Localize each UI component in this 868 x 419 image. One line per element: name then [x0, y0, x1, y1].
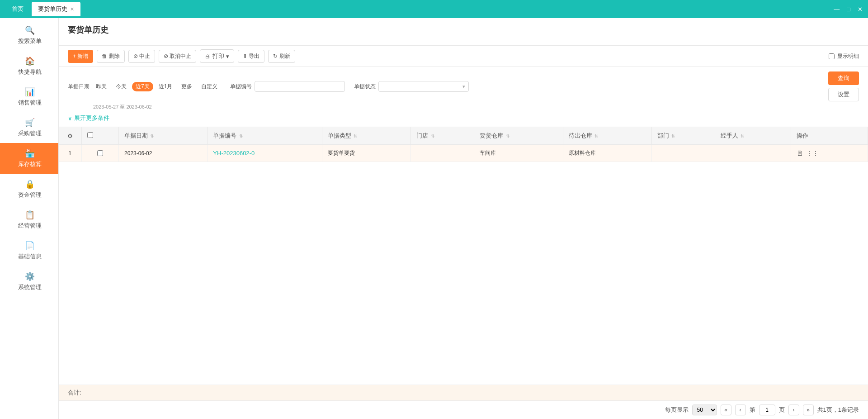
content-area: 要货单历史 + 新增 🗑 删除 ⊘ 中止 ⊘ 取消中止 🖨 打印 ▾ ⬆ 导出 …: [59, 18, 868, 419]
date-btn-today[interactable]: 今天: [112, 82, 130, 91]
sidebar-item-basic-info[interactable]: 📄 基础信息: [0, 235, 58, 266]
window-close-icon[interactable]: ✕: [858, 6, 863, 13]
page-no-label: 第: [750, 406, 755, 414]
next-page-button[interactable]: ›: [788, 405, 799, 415]
first-page-button[interactable]: «: [721, 405, 731, 415]
sidebar-item-inventory[interactable]: 🏪 库存核算: [0, 143, 58, 174]
th-department: 部门 ⇅: [651, 127, 715, 145]
th-operation: 操作: [791, 127, 868, 145]
sidebar-item-purchase-mgmt[interactable]: 🛒 采购管理: [0, 112, 58, 143]
prev-page-button[interactable]: ‹: [735, 405, 746, 415]
more-op-icon[interactable]: ⋮⋮: [806, 150, 819, 157]
td-checkbox: [81, 145, 119, 162]
td-index: 1: [59, 145, 81, 162]
department-sort-icon[interactable]: ⇅: [671, 133, 675, 138]
table-row: 1 2023-06-02 YH-20230602-0 要货单要货: [59, 145, 868, 162]
print-button[interactable]: 🖨 打印 ▾: [200, 49, 234, 63]
date-filter-options: 昨天 今天 近7天 近1月 更多 自定义: [92, 82, 221, 91]
status-select[interactable]: [378, 81, 469, 92]
status-select-wrapper: ▾: [378, 81, 469, 92]
th-doc-date-label: 单据日期: [124, 132, 148, 139]
tab-close-icon[interactable]: ✕: [70, 6, 74, 12]
td-doc-no: YH-20230602-0: [208, 145, 322, 162]
toolbar: + 新增 🗑 删除 ⊘ 中止 ⊘ 取消中止 🖨 打印 ▾ ⬆ 导出 ↻ 刷新 显…: [59, 46, 868, 67]
th-req-warehouse: 要货仓库 ⇅: [474, 127, 563, 145]
query-btn-area: 查询 设置: [828, 71, 859, 101]
tab-home[interactable]: 首页: [5, 2, 30, 16]
filter-row: 单据日期 昨天 今天 近7天 近1月 更多 自定义 单据编号: [68, 71, 859, 101]
page-no-input[interactable]: [759, 405, 775, 415]
date-btn-yesterday[interactable]: 昨天: [92, 82, 110, 91]
quick-nav-icon: 🏠: [25, 56, 35, 66]
sidebar-item-purchase-label: 采购管理: [18, 129, 42, 138]
date-btn-more[interactable]: 更多: [178, 82, 196, 91]
th-doc-no-label: 单据编号: [213, 132, 236, 139]
select-all-checkbox[interactable]: [87, 132, 93, 138]
doc-date-sort-icon[interactable]: ⇅: [150, 133, 154, 138]
table-body: 1 2023-06-02 YH-20230602-0 要货单要货: [59, 145, 868, 162]
sidebar-item-sales-label: 销售管理: [18, 99, 42, 107]
setting-button[interactable]: 设置: [828, 88, 859, 101]
handler-sort-icon[interactable]: ⇅: [741, 133, 744, 138]
doc-no-link[interactable]: YH-20230602-0: [213, 150, 255, 157]
expand-chevron-icon: ∨: [68, 115, 72, 122]
main-layout: 🔍 搜索菜单 🏠 快捷导航 📊 销售管理 🛒 采购管理 🏪 库存核算 🔒: [0, 18, 868, 419]
window-maximize-icon[interactable]: □: [847, 6, 850, 13]
date-btn-custom[interactable]: 自定义: [198, 82, 221, 91]
expand-more-label: 展开更多条件: [74, 114, 109, 122]
pending-warehouse-sort-icon[interactable]: ⇅: [594, 133, 598, 138]
delete-button[interactable]: 🗑 删除: [97, 50, 124, 63]
td-req-warehouse: 车间库: [474, 145, 563, 162]
cancel-stop-button[interactable]: ⊘ 取消中止: [159, 50, 196, 63]
sidebar-item-search-menu[interactable]: 🔍 搜索菜单: [0, 20, 58, 51]
sidebar-item-sales-mgmt[interactable]: 📊 销售管理: [0, 81, 58, 112]
sidebar-item-operation-mgmt[interactable]: 📋 经营管理: [0, 205, 58, 235]
req-warehouse-sort-icon[interactable]: ⇅: [506, 133, 509, 138]
td-doc-type: 要货单要货: [322, 145, 411, 162]
td-operation: 🖹 ⋮⋮: [791, 145, 868, 162]
tab-requisition-label: 要货单历史: [38, 5, 67, 13]
expand-more[interactable]: ∨ 展开更多条件: [68, 114, 859, 122]
row-checkbox[interactable]: [97, 150, 103, 156]
doc-no-filter: 单据编号: [230, 81, 345, 92]
refresh-button[interactable]: ↻ 刷新: [268, 50, 295, 63]
doc-no-input[interactable]: [255, 81, 345, 92]
purchase-mgmt-icon: 🛒: [25, 118, 35, 128]
pagination: 每页显示 20 50 100 « ‹ 第 页 › » 共1页，1条记录: [59, 400, 868, 419]
sidebar-item-quick-nav[interactable]: 🏠 快捷导航: [0, 51, 58, 81]
th-handler: 经手人 ⇅: [715, 127, 791, 145]
doc-no-sort-icon[interactable]: ⇅: [239, 133, 243, 138]
th-store: 门店 ⇅: [411, 127, 474, 145]
total-label: 合计:: [68, 389, 81, 396]
date-filter: 单据日期 昨天 今天 近7天 近1月 更多 自定义: [68, 82, 221, 91]
tab-requisition-history[interactable]: 要货单历史 ✕: [32, 2, 80, 16]
row-checkbox-wrapper: [87, 150, 113, 156]
sidebar-item-finance-mgmt[interactable]: 🔒 资金管理: [0, 174, 58, 205]
date-btn-1month[interactable]: 近1月: [155, 82, 176, 91]
stop-button[interactable]: ⊘ 中止: [128, 50, 155, 63]
view-op-icon[interactable]: 🖹: [797, 150, 803, 157]
doc-type-sort-icon[interactable]: ⇅: [354, 133, 357, 138]
th-department-label: 部门: [657, 132, 669, 139]
new-button[interactable]: + 新增: [68, 50, 93, 63]
show-detail-checkbox[interactable]: [829, 53, 835, 59]
last-page-button[interactable]: »: [803, 405, 814, 415]
sidebar-item-system-mgmt[interactable]: ⚙️ 系统管理: [0, 266, 58, 297]
window-minimize-icon[interactable]: —: [834, 6, 840, 13]
th-settings[interactable]: ⚙: [59, 127, 81, 145]
sidebar-item-operation-label: 经营管理: [18, 222, 42, 230]
settings-icon[interactable]: ⚙: [67, 133, 73, 139]
date-btn-7days[interactable]: 近7天: [132, 82, 153, 91]
th-handler-label: 经手人: [721, 132, 738, 139]
th-operation-label: 操作: [797, 132, 808, 139]
store-sort-icon[interactable]: ⇅: [431, 133, 434, 138]
sidebar-item-basic-label: 基础信息: [18, 252, 42, 261]
export-button[interactable]: ⬆ 导出: [238, 50, 264, 63]
filter-area: 单据日期 昨天 今天 近7天 近1月 更多 自定义 单据编号: [59, 67, 868, 127]
doc-no-label: 单据编号: [230, 83, 252, 90]
page-size-select[interactable]: 20 50 100: [692, 405, 717, 415]
query-button[interactable]: 查询: [828, 71, 859, 85]
date-range-display: 2023-05-27 至 2023-06-02: [68, 103, 859, 110]
page-header: 要货单历史: [59, 18, 868, 46]
page-size-label: 每页显示: [665, 406, 689, 414]
